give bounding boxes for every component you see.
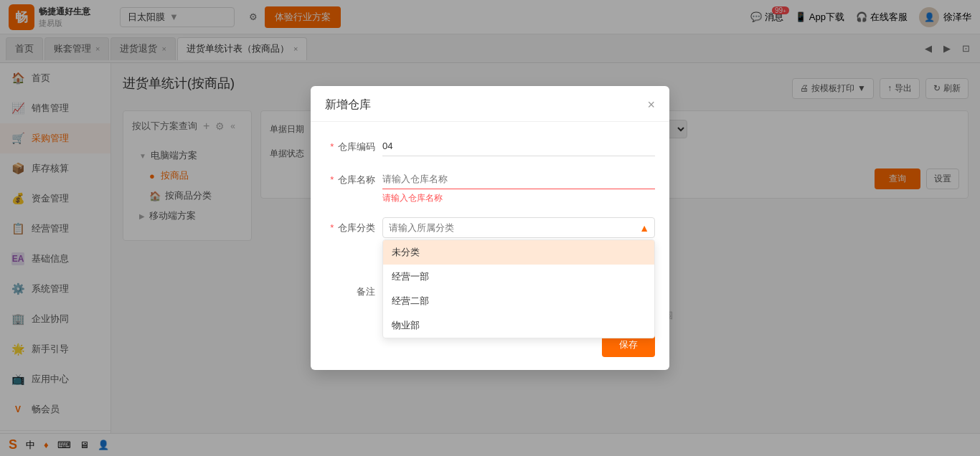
- dialog-title: 新增仓库: [325, 98, 371, 113]
- form-row-name: * 仓库名称 请输入仓库名称: [325, 169, 655, 204]
- modal-overlay: 新增仓库 × * 仓库编码 * 仓库名称: [0, 0, 980, 456]
- dropdown-item-property[interactable]: 物业部: [383, 313, 654, 338]
- dialog-body: * 仓库编码 * 仓库名称 请输入仓库名称: [311, 122, 669, 326]
- dropdown-item-dept2[interactable]: 经营二部: [383, 289, 654, 313]
- dropdown-item-dept1[interactable]: 经营一部: [383, 265, 654, 289]
- dropdown-item-uncategorized[interactable]: 未分类: [383, 240, 654, 265]
- warehouse-code-input[interactable]: [382, 136, 655, 156]
- category-dropdown: 未分类 经营一部 经营二部 物业部: [382, 239, 655, 338]
- form-row-category: * 仓库分类 ▲ 未分类 经营一部 经营二部: [325, 217, 655, 238]
- dialog-add-warehouse: 新增仓库 × * 仓库编码 * 仓库名称: [311, 86, 669, 370]
- dialog-close-button[interactable]: ×: [647, 98, 655, 113]
- chevron-up-icon[interactable]: ▲: [639, 222, 649, 234]
- warehouse-name-input[interactable]: [382, 169, 655, 189]
- form-row-code: * 仓库编码: [325, 136, 655, 156]
- dialog-header: 新增仓库 ×: [311, 86, 669, 122]
- warehouse-category-input[interactable]: [382, 217, 655, 238]
- warehouse-name-error: 请输入仓库名称: [382, 192, 655, 204]
